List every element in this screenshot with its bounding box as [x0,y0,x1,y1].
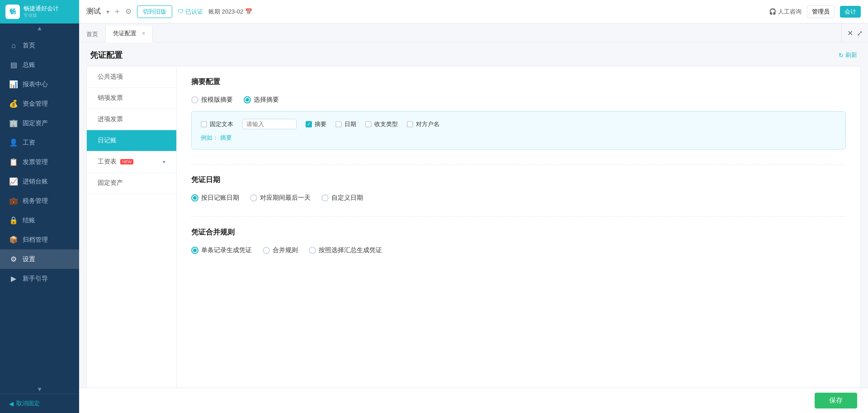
tabbar: 首页 凭证配置 × ✕ ⤢ [79,23,868,42]
period-display: 账期 2023-02 📅 [208,8,253,16]
merge-section: 凭证合并规则 单条记录生成凭证 合并规则 按照选择汇总生成凭证 [191,228,846,254]
sidebar-nav: ⌂ 首页 ▤ 总账 📊 报表中心 💰 资金管理 🏢 固定资产 👤 工资 📋 发票… [0,33,79,385]
cancel-pin-button[interactable]: ◀ 取消固定 [0,394,79,413]
sidebar-item-home[interactable]: ⌂ 首页 [0,36,79,55]
content-layout: 公共选项 销项发票 进项发票 日记账 工资表 NEW ▾ [86,66,861,413]
payroll-icon: 👤 [9,138,18,147]
checkbox-summary[interactable]: 摘要 [306,120,326,128]
sidebar-item-sales-ledger[interactable]: 📈 进销台账 [0,172,79,191]
certified-badge: 🛡 已认证 [178,8,203,16]
left-nav-payroll-table[interactable]: 工资表 NEW ▾ [87,151,176,173]
radio-summary-gen[interactable]: 按照选择汇总生成凭证 [309,246,382,254]
refresh-button[interactable]: ↻ 刷新 [839,51,857,59]
radio-journal-date[interactable]: 按日记账日期 [191,194,239,202]
radio-template-circle [191,96,198,103]
summary-radio-group: 按模版摘要 选择摘要 [191,96,846,104]
funds-icon: 💰 [9,99,18,108]
checkbox-fixed-text-square [201,121,207,127]
left-nav-sales-invoice[interactable]: 销项发票 [87,88,176,109]
calendar-icon[interactable]: 📅 [245,8,252,15]
sidebar-item-invoice[interactable]: 📋 发票管理 [0,152,79,172]
radio-single-record[interactable]: 单条记录生成凭证 [191,246,252,254]
radio-period-last-day[interactable]: 对应期间最后一天 [250,194,311,202]
headset-icon: 🎧 [769,8,776,15]
left-nav-journal[interactable]: 日记账 [87,130,176,151]
left-nav-fixed-assets[interactable]: 固定资产 [87,173,176,194]
left-nav-public[interactable]: 公共选项 [87,66,176,88]
tax-icon: 💼 [9,197,18,205]
settings-icon: ⚙ [9,255,18,263]
radio-custom-date[interactable]: 自定义日期 [321,194,363,202]
sidebar-item-payroll[interactable]: 👤 工资 [0,133,79,152]
user-button[interactable]: 管理员 [807,5,835,18]
tab-voucher-config[interactable]: 凭证配置 × [106,26,153,42]
logo-text: 畅捷通好会计 [24,5,59,12]
radio-custom-date-circle [321,194,329,202]
close-accounts-icon: 🔒 [9,216,18,225]
sidebar-item-reports[interactable]: 📊 报表中心 [0,75,79,94]
checkbox-row: 固定文本 摘要 日期 [201,119,836,129]
sidebar-scroll-up[interactable]: ▲ [0,23,79,33]
reports-icon: 📊 [9,80,18,89]
tab-close-button[interactable]: × [142,30,146,37]
expand-button[interactable]: ⤢ [857,29,863,38]
summary-checkbox-box: 固定文本 摘要 日期 [191,111,846,150]
home-icon: ⌂ [9,42,18,50]
shield-icon: 🛡 [178,8,184,15]
close-tab-button[interactable]: ✕ [847,29,853,38]
consult-button[interactable]: 🎧 人工咨询 [769,8,802,16]
radio-journal-date-circle [191,194,198,202]
summary-section: 摘要配置 按模版摘要 选择摘要 [191,77,846,150]
sidebar-item-close-accounts[interactable]: 🔒 结账 [0,211,79,230]
logo-badge: 专业版 [24,12,59,19]
fixed-assets-icon: 🏢 [9,119,18,127]
radio-select-circle [244,96,251,103]
right-panel: 摘要配置 按模版摘要 选择摘要 [177,66,861,413]
left-nav: 公共选项 销项发票 进项发票 日记账 工资表 NEW ▾ [86,66,177,413]
radio-summary-gen-circle [309,247,316,254]
sidebar-item-archive[interactable]: 📦 归档管理 [0,230,79,249]
checkbox-counterpart[interactable]: 对方户名 [407,120,439,128]
sidebar-item-tax[interactable]: 💼 税务管理 [0,191,79,211]
sidebar-scroll-down[interactable]: ▼ [0,385,79,394]
sidebar-item-newbie[interactable]: ▶ 新手引导 [0,269,79,288]
page-area: 凭证配置 ↻ 刷新 公共选项 销项发票 进项发票 日记账 [79,42,868,413]
save-button[interactable]: 保存 [815,393,857,408]
add-project-button[interactable]: + [115,8,120,16]
checkbox-date[interactable]: 日期 [335,120,356,128]
page-header: 凭证配置 ↻ 刷新 [79,42,868,66]
checkbox-payment-type[interactable]: 收支类型 [365,120,398,128]
radio-select-summary[interactable]: 选择摘要 [244,96,279,104]
checkbox-date-square [335,121,342,127]
summary-title: 摘要配置 [191,77,846,87]
sidebar-item-funds[interactable]: 💰 资金管理 [0,94,79,113]
checkbox-fixed-text[interactable]: 固定文本 [201,120,233,128]
project-dropdown-arrow[interactable]: ▾ [106,8,109,15]
sales-ledger-icon: 📈 [9,177,18,186]
tabbar-end: ✕ ⤢ [841,23,868,42]
sidebar-item-settings[interactable]: ⚙ 设置 [0,249,79,269]
fixed-text-input[interactable] [242,119,297,129]
sidebar-item-fixed-assets[interactable]: 🏢 固定资产 [0,113,79,133]
bottom-bar: 保存 [79,388,868,413]
radio-merge-rule[interactable]: 合并规则 [263,246,298,254]
checkbox-payment-type-square [365,121,372,127]
left-nav-purchase-invoice[interactable]: 进项发票 [87,109,176,130]
archive-icon: 📦 [9,235,18,244]
role-badge: 会计 [840,6,861,18]
tab-home[interactable]: 首页 [79,27,106,42]
chevron-down-icon: ▾ [163,159,165,165]
newbie-icon: ▶ [9,274,18,283]
radio-single-circle [191,247,198,254]
topbar: 测试 ▾ + ⚙ 切到旧版 🛡 已认证 账期 2023-02 📅 🎧 人工咨询 … [79,0,868,23]
merge-radio-group: 单条记录生成凭证 合并规则 按照选择汇总生成凭证 [191,246,846,254]
radio-period-last-circle [250,194,257,202]
radio-merge-circle [263,247,270,254]
page-title: 凭证配置 [90,50,123,61]
main-content: 凭证配置 ↻ 刷新 公共选项 销项发票 进项发票 日记账 [79,42,868,413]
sidebar-item-ledger[interactable]: ▤ 总账 [0,55,79,75]
radio-template-summary[interactable]: 按模版摘要 [191,96,233,104]
project-settings-button[interactable]: ⚙ [125,7,132,16]
switch-old-version-button[interactable]: 切到旧版 [137,5,172,18]
divider-1 [191,164,846,164]
